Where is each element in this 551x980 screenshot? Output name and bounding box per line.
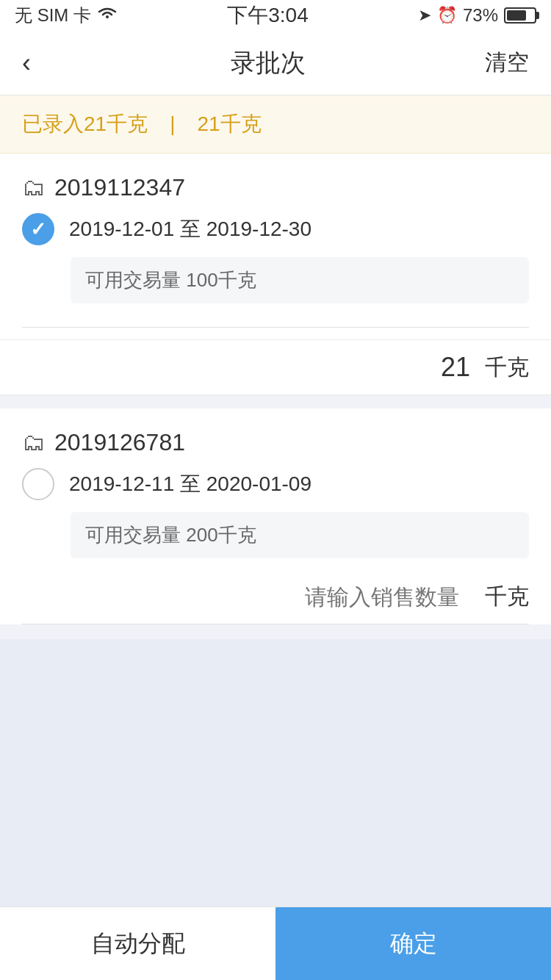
empty-content-area xyxy=(0,639,551,918)
nav-bar: ‹ 录批次 清空 xyxy=(0,31,551,96)
item-card-2: 🗂 2019126781 2019-12-11 至 2020-01-09 可用交… xyxy=(0,408,551,624)
page-title: 录批次 xyxy=(231,46,306,80)
item1-row: 2019-12-01 至 2019-12-30 xyxy=(0,207,551,251)
total-label: 21千克 xyxy=(197,110,261,138)
item1-radio[interactable] xyxy=(22,213,54,245)
status-bar: 无 SIM 卡 下午3:04 ➤ ⏰ 73% xyxy=(0,0,551,31)
item2-id: 2019126781 xyxy=(54,429,185,456)
item1-header: 🗂 2019112347 xyxy=(0,154,551,207)
status-right: ➤ ⏰ 73% xyxy=(418,5,536,26)
item2-icon: 🗂 xyxy=(22,429,46,456)
summary-divider: | xyxy=(170,112,175,136)
item2-header: 🗂 2019126781 xyxy=(0,408,551,462)
section-divider xyxy=(0,397,551,408)
sim-text: 无 SIM 卡 xyxy=(15,4,91,27)
alarm-icon: ⏰ xyxy=(437,6,457,25)
item1-available: 可用交易量 100千克 xyxy=(71,257,529,303)
battery-icon xyxy=(504,7,536,24)
item-card-1: 🗂 2019112347 2019-12-01 至 2019-12-30 可用交… xyxy=(0,154,551,395)
wifi-icon xyxy=(97,5,118,26)
bottom-bar: 自动分配 确定 xyxy=(0,907,551,980)
location-icon: ➤ xyxy=(418,6,431,25)
item2-input-row: 千克 xyxy=(0,570,551,624)
status-time: 下午3:04 xyxy=(227,1,309,29)
status-left: 无 SIM 卡 xyxy=(15,4,118,27)
clear-button[interactable]: 清空 xyxy=(470,48,529,78)
item1-amount-display: 21 千克 xyxy=(0,340,551,395)
item1-amount-row xyxy=(0,315,551,340)
auto-distribute-button[interactable]: 自动分配 xyxy=(0,907,276,980)
confirm-button[interactable]: 确定 xyxy=(276,907,551,980)
item1-date: 2019-12-01 至 2019-12-30 xyxy=(69,215,311,243)
item2-row: 2019-12-11 至 2020-01-09 xyxy=(0,462,551,506)
item2-quantity-input[interactable] xyxy=(22,585,470,610)
item1-value: 21 xyxy=(441,352,470,383)
item2-unit: 千克 xyxy=(485,582,529,612)
recorded-label: 已录入21千克 xyxy=(22,110,148,138)
item1-id: 2019112347 xyxy=(54,174,185,201)
item2-radio[interactable] xyxy=(22,468,54,500)
item1-unit: 千克 xyxy=(485,353,529,383)
battery-percent: 73% xyxy=(463,5,498,26)
item1-icon: 🗂 xyxy=(22,174,46,201)
back-button[interactable]: ‹ xyxy=(22,48,66,79)
summary-bar: 已录入21千克 | 21千克 xyxy=(0,96,551,154)
item2-date: 2019-12-11 至 2020-01-09 xyxy=(69,470,311,498)
item2-available: 可用交易量 200千克 xyxy=(71,512,529,558)
